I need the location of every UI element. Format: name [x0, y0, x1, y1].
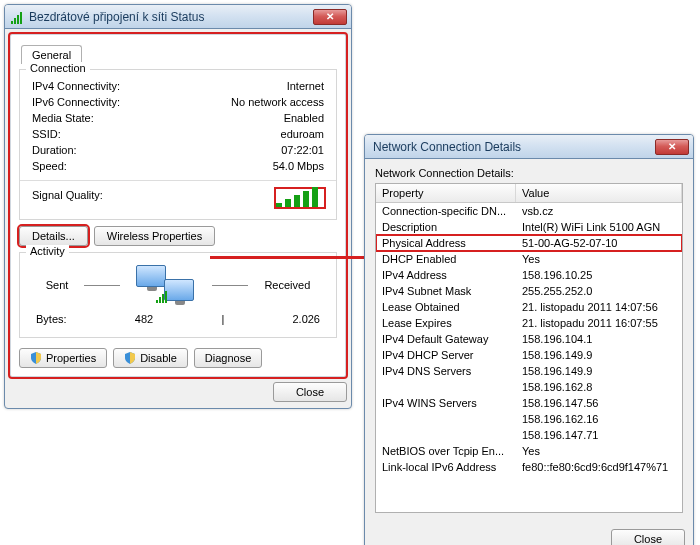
cell-value: 51-00-AG-52-07-10 [516, 236, 682, 250]
cell-property: IPv4 WINS Servers [376, 396, 516, 410]
listview-row[interactable]: IPv4 WINS Servers158.196.147.56 [376, 395, 682, 411]
cell-property [376, 412, 516, 426]
listview-row[interactable]: IPv4 Subnet Mask255.255.252.0 [376, 283, 682, 299]
cell-property: IPv4 Address [376, 268, 516, 282]
value: No network access [231, 96, 324, 108]
listview-row[interactable]: DescriptionIntel(R) WiFi Link 5100 AGN [376, 219, 682, 235]
cell-value: 158.196.10.25 [516, 268, 682, 282]
close-button[interactable]: Close [273, 382, 347, 402]
bytes-row: Bytes: 482 | 2.026 [30, 311, 326, 327]
label: IPv6 Connectivity: [32, 96, 120, 108]
cell-property [376, 428, 516, 442]
listview-row[interactable]: IPv4 DNS Servers158.196.149.9 [376, 363, 682, 379]
shield-icon [30, 352, 42, 364]
cell-value: Intel(R) WiFi Link 5100 AGN [516, 220, 682, 234]
cell-value: 21. listopadu 2011 14:07:56 [516, 300, 682, 314]
listview-row[interactable]: Link-local IPv6 Addressfe80::fe80:6cd9:6… [376, 459, 682, 475]
cell-property: IPv4 DNS Servers [376, 364, 516, 378]
shield-icon [124, 352, 136, 364]
details-button[interactable]: Details... [19, 226, 88, 246]
properties-button[interactable]: Properties [19, 348, 107, 368]
diagnose-button[interactable]: Diagnose [194, 348, 262, 368]
listview-row[interactable]: NetBIOS over Tcpip En...Yes [376, 443, 682, 459]
cell-property: Lease Expires [376, 316, 516, 330]
mid-button-row: Details... Wireless Properties [19, 226, 337, 246]
label: Speed: [32, 160, 67, 172]
row-ipv4: IPv4 Connectivity:Internet [30, 78, 326, 94]
details-listview[interactable]: Property Value Connection-specific DN...… [375, 183, 683, 513]
cell-value: 158.196.149.9 [516, 364, 682, 378]
titlebar[interactable]: Network Connection Details ✕ [365, 135, 693, 159]
activity-group: Activity Sent Received Bytes: 482 | 2.02… [19, 252, 337, 338]
listview-body: Connection-specific DN...vsb.czDescripti… [376, 203, 682, 475]
dash-icon [212, 285, 248, 286]
wireless-properties-button[interactable]: Wireless Properties [94, 226, 215, 246]
received-label: Received [264, 279, 310, 291]
label: IPv4 Connectivity: [32, 80, 120, 92]
network-details-window: Network Connection Details ✕ Network Con… [364, 134, 694, 545]
cell-property: Physical Address [376, 236, 516, 250]
column-value[interactable]: Value [516, 184, 682, 202]
cell-property [376, 380, 516, 394]
close-button[interactable]: Close [611, 529, 685, 545]
row-duration: Duration:07:22:01 [30, 142, 326, 158]
label: SSID: [32, 128, 61, 140]
value: 07:22:01 [281, 144, 324, 156]
cell-value: 158.196.147.71 [516, 428, 682, 442]
listview-row[interactable]: Lease Expires21. listopadu 2011 16:07:55 [376, 315, 682, 331]
bytes-received: 2.026 [292, 313, 320, 325]
value: eduroam [281, 128, 324, 140]
cell-property: Lease Obtained [376, 300, 516, 314]
bytes-label: Bytes: [36, 313, 67, 325]
listview-row[interactable]: 158.196.147.71 [376, 427, 682, 443]
cell-value: Yes [516, 444, 682, 458]
label: Disable [140, 352, 177, 364]
cell-property: Connection-specific DN... [376, 204, 516, 218]
label: Duration: [32, 144, 77, 156]
cell-value: 255.255.252.0 [516, 284, 682, 298]
column-property[interactable]: Property [376, 184, 516, 202]
label: Properties [46, 352, 96, 364]
listview-row[interactable]: IPv4 Default Gateway158.196.104.1 [376, 331, 682, 347]
close-icon[interactable]: ✕ [313, 9, 347, 25]
close-icon[interactable]: ✕ [655, 139, 689, 155]
connection-legend: Connection [26, 62, 90, 74]
row-signal: Signal Quality: [30, 187, 326, 209]
disable-button[interactable]: Disable [113, 348, 188, 368]
connection-group: Connection IPv4 Connectivity:Internet IP… [19, 69, 337, 220]
computers-icon [136, 265, 196, 305]
cell-value: 158.196.104.1 [516, 332, 682, 346]
bytes-sent: 482 [135, 313, 153, 325]
label: Signal Quality: [32, 189, 103, 207]
cell-property: Link-local IPv6 Address [376, 460, 516, 474]
listview-row[interactable]: Connection-specific DN...vsb.cz [376, 203, 682, 219]
listview-row[interactable]: 158.196.162.16 [376, 411, 682, 427]
listview-row[interactable]: DHCP EnabledYes [376, 251, 682, 267]
bottom-button-row: Properties Disable Diagnose [19, 348, 337, 368]
dash-icon [84, 285, 120, 286]
listview-row[interactable]: 158.196.162.8 [376, 379, 682, 395]
cell-property: Description [376, 220, 516, 234]
listview-row[interactable]: IPv4 Address158.196.10.25 [376, 267, 682, 283]
value: 54.0 Mbps [273, 160, 324, 172]
cell-value: 158.196.149.9 [516, 348, 682, 362]
row-speed: Speed:54.0 Mbps [30, 158, 326, 174]
window-title: Bezdrátové připojení k síti Status [25, 10, 313, 24]
sent-label: Sent [46, 279, 69, 291]
cell-value: 21. listopadu 2011 16:07:55 [516, 316, 682, 330]
listview-row[interactable]: Lease Obtained21. listopadu 2011 14:07:5… [376, 299, 682, 315]
label: Media State: [32, 112, 94, 124]
listview-header[interactable]: Property Value [376, 184, 682, 203]
listview-row[interactable]: IPv4 DHCP Server158.196.149.9 [376, 347, 682, 363]
cell-value: vsb.cz [516, 204, 682, 218]
listview-row[interactable]: Physical Address51-00-AG-52-07-10 [376, 235, 682, 251]
cell-property: NetBIOS over Tcpip En... [376, 444, 516, 458]
window-title: Network Connection Details [371, 140, 655, 154]
wifi-status-window: Bezdrátové připojení k síti Status ✕ Gen… [4, 4, 352, 409]
row-ssid: SSID:eduroam [30, 126, 326, 142]
row-ipv6: IPv6 Connectivity:No network access [30, 94, 326, 110]
titlebar[interactable]: Bezdrátové připojení k síti Status ✕ [5, 5, 351, 29]
signal-bars-icon [156, 289, 174, 303]
separator [20, 180, 336, 181]
details-label: Network Connection Details: [375, 167, 683, 179]
